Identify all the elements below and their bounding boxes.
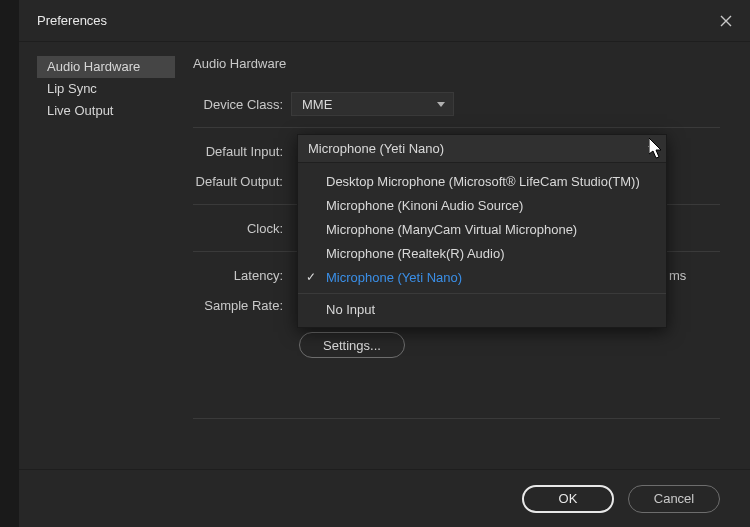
category-sidebar: Audio Hardware Lip Sync Live Output [19,42,175,467]
sidebar-item-label: Live Output [47,103,114,118]
check-icon: ✓ [306,270,316,284]
default-input-select[interactable]: Microphone (Yeti Nano) [298,135,666,163]
ok-button-label: OK [559,491,578,506]
separator [193,418,720,419]
dropdown-option[interactable]: ✓ No Input [298,293,666,321]
sidebar-item-audio-hardware[interactable]: Audio Hardware [37,56,175,78]
default-input-label: Default Input: [193,144,291,159]
dropdown-option[interactable]: ✓ Desktop Microphone (Microsoft® LifeCam… [298,169,666,193]
dropdown-list: ✓ Desktop Microphone (Microsoft® LifeCam… [298,163,666,327]
chevron-down-icon [648,146,656,151]
cancel-button[interactable]: Cancel [628,485,720,513]
dropdown-option-label: Microphone (Yeti Nano) [326,270,462,285]
device-class-value: MME [302,97,332,112]
dropdown-option-label: Microphone (Realtek(R) Audio) [326,246,504,261]
dropdown-option[interactable]: ✓ Microphone (Realtek(R) Audio) [298,241,666,265]
dialog-footer: OK Cancel [19,469,750,527]
dropdown-option[interactable]: ✓ Microphone (Kinoni Audio Source) [298,193,666,217]
sample-rate-label: Sample Rate: [193,298,291,313]
dialog-body: Audio Hardware Lip Sync Live Output Audi… [19,42,750,467]
settings-button-label: Settings... [323,338,381,353]
dropdown-option-label: No Input [326,302,375,317]
sidebar-item-lip-sync[interactable]: Lip Sync [37,78,175,100]
dialog-title: Preferences [37,13,107,28]
dropdown-option-label: Desktop Microphone (Microsoft® LifeCam S… [326,174,640,189]
preferences-dialog: Preferences Audio Hardware Lip Sync Live… [19,0,750,527]
sidebar-item-label: Audio Hardware [47,59,140,74]
pane-title: Audio Hardware [193,56,720,71]
chevron-down-icon [437,102,445,107]
sidebar-item-live-output[interactable]: Live Output [37,100,175,122]
clock-label: Clock: [193,221,291,236]
ok-button[interactable]: OK [522,485,614,513]
dropdown-option-selected[interactable]: ✓ Microphone (Yeti Nano) [298,265,666,289]
device-class-select[interactable]: MME [291,92,454,116]
dropdown-option[interactable]: ✓ Microphone (ManyCam Virtual Microphone… [298,217,666,241]
separator [193,127,720,128]
default-output-label: Default Output: [193,174,291,189]
close-icon[interactable] [714,9,738,33]
titlebar: Preferences [19,0,750,42]
sidebar-item-label: Lip Sync [47,81,97,96]
device-class-row: Device Class: MME [193,89,720,119]
cancel-button-label: Cancel [654,491,694,506]
latency-unit: ms [669,268,686,283]
dropdown-option-label: Microphone (ManyCam Virtual Microphone) [326,222,577,237]
default-input-value: Microphone (Yeti Nano) [308,141,444,156]
latency-label: Latency: [193,268,291,283]
device-class-label: Device Class: [193,97,291,112]
default-input-dropdown: Microphone (Yeti Nano) ✓ Desktop Microph… [297,134,667,328]
settings-button[interactable]: Settings... [299,332,405,358]
main-panel: Audio Hardware Device Class: MME Default… [175,42,750,467]
dropdown-option-label: Microphone (Kinoni Audio Source) [326,198,523,213]
